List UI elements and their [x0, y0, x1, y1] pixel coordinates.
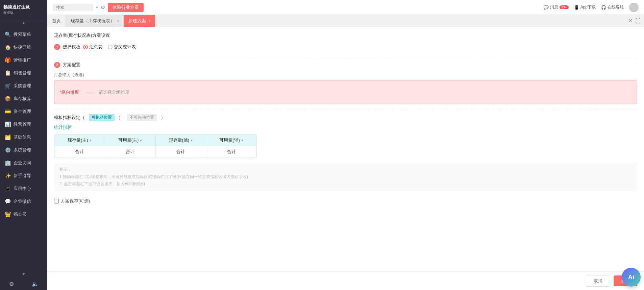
section-choose-template: 1 选择模板 汇总表 交叉统计表 — [54, 44, 637, 50]
ai-bubble[interactable]: Ai — [622, 268, 641, 287]
template-radio-group: 汇总表 交叉统计表 — [83, 44, 136, 50]
stats-col-cell: 合计 — [105, 146, 156, 158]
indicator-draggable-badge: 可拖动位置 — [89, 114, 115, 121]
sidebar-item-basic[interactable]: 🗂️基础信息 — [0, 131, 47, 144]
sidebar-item-operation[interactable]: 📊经营管理 — [0, 118, 47, 131]
sidebar-item-wechat[interactable]: 💬企业微信 — [0, 195, 47, 208]
summary-dimension-label: 汇总维度（必选） — [54, 72, 637, 78]
tab-home[interactable]: 首页 — [47, 15, 66, 27]
radio-cross[interactable]: 交叉统计表 — [108, 44, 136, 50]
save-label: 方案保存(可选) — [61, 198, 90, 204]
wechat-icon: 💬 — [5, 198, 11, 204]
chevron-down-icon[interactable]: ▾ — [96, 5, 98, 10]
online-service-button[interactable]: 🎧 在线客服 — [601, 4, 624, 10]
tips-box: 提示： 1.拖动标题栏可以调整布局，不可跨维度或指标区域拖动栏目字段(只能在同一… — [54, 163, 637, 191]
section-scheme-config: 2 方案配置 汇总维度（必选） *纵向维度 —— 请选择分组维度 模板指标设定（… — [54, 62, 637, 191]
sidebar-item-label-marketing: 营销推广 — [14, 57, 31, 63]
radio-cross-label: 交叉统计表 — [114, 44, 136, 50]
col-chevron-icon[interactable]: ▾ — [90, 138, 92, 143]
sidebar-item-quick-nav[interactable]: 🏠快捷导航 — [0, 41, 47, 54]
stats-col-header[interactable]: 现存量(辅)▾ — [156, 135, 206, 146]
search-input[interactable] — [53, 4, 93, 11]
tab-new-scheme[interactable]: 新建方案 × — [124, 15, 155, 27]
sidebar-item-label-operation: 经营管理 — [14, 121, 31, 127]
topbar-right: 💬 消息 99+ 📱 App下载 🎧 在线客服 — [544, 3, 639, 12]
indicator-setting-label: 模板指标设定（ — [54, 115, 85, 121]
sidebar-item-label-system: 系统管理 — [14, 147, 31, 153]
topbar-left: ▾ ⚙ 体验行业方案 — [53, 3, 540, 12]
sidebar-item-member[interactable]: 👑畅会员 — [0, 208, 47, 221]
tip1: 1.拖动标题栏可以调整布局，不可跨维度或指标区域拖动栏目字段(只能在同一维度或指… — [59, 173, 632, 181]
bottom-bar: 取消 查询 — [47, 271, 644, 290]
sidebar-item-search[interactable]: 🔍搜索菜单 — [0, 28, 47, 41]
trial-button[interactable]: 体验行业方案 — [108, 3, 144, 12]
sidebar-item-label-appcenter: 应用中心 — [14, 186, 31, 192]
sidebar-item-sales[interactable]: 📋销售管理 — [0, 67, 47, 79]
radio-summary[interactable]: 汇总表 — [83, 44, 102, 50]
app-download-button[interactable]: 📱 App下载 — [574, 4, 596, 10]
stats-col-label: 可用量(辅) — [219, 137, 240, 143]
close-window-icon[interactable]: ✕ — [628, 18, 633, 24]
member-icon: 👑 — [5, 211, 11, 217]
appcenter-icon: 📱 — [5, 186, 11, 192]
col-chevron-icon[interactable]: ▾ — [191, 138, 193, 143]
app-download-label: App下载 — [580, 4, 596, 10]
sidebar-item-inventory[interactable]: 📦库存核算 — [0, 92, 47, 105]
tab-inventory-close[interactable]: × — [117, 19, 119, 23]
sidebar-item-marketing[interactable]: 🎁营销推广 — [0, 54, 47, 67]
sound-icon[interactable]: 🔈 — [32, 281, 39, 287]
col-chevron-icon[interactable]: ▾ — [140, 138, 142, 143]
logo-sub: 标准版 — [3, 10, 44, 15]
stats-col-header[interactable]: 现存量(主)▾ — [54, 135, 105, 146]
section1-num: 1 — [54, 44, 60, 50]
indicator-close-paren: ） — [161, 115, 165, 121]
sidebar-scroll-up[interactable]: ▲ — [0, 19, 47, 27]
sidebar-item-purchase[interactable]: 🛒采购管理 — [0, 79, 47, 92]
sidebar-item-appcenter[interactable]: 📱应用中心 — [0, 182, 47, 195]
tab-new-scheme-close[interactable]: × — [148, 19, 150, 23]
save-checkbox[interactable] — [54, 199, 59, 203]
sidebar-item-label-finance: 资金管理 — [14, 108, 31, 115]
messages-button[interactable]: 💬 消息 99+ — [544, 4, 569, 10]
sidebar-item-label-search: 搜索菜单 — [14, 31, 31, 38]
topbar: ▾ ⚙ 体验行业方案 💬 消息 99+ 📱 App下载 🎧 在线客服 — [47, 0, 644, 15]
tab-inventory[interactable]: 现存量（库存状况表） × — [66, 15, 124, 27]
gear-icon[interactable]: ⚙ — [101, 4, 105, 10]
content-inner: 现存量(库存状况表)方案设置 1 选择模板 汇总表 — [47, 27, 644, 271]
tab-inventory-label: 现存量（库存状况表） — [71, 18, 115, 24]
headset-icon: 🎧 — [601, 5, 606, 10]
tabs-bar: 首页 现存量（库存状况表） × 新建方案 × ✕ ⛶ — [47, 15, 644, 27]
cancel-button[interactable]: 取消 — [586, 275, 610, 287]
sidebar-item-finance[interactable]: 💳资金管理 — [0, 105, 47, 118]
stats-col-header[interactable]: 可用量(辅)▾ — [206, 135, 256, 146]
indicator-not-draggable-badge: 不可拖动位置 — [127, 114, 157, 121]
stats-table-header: 现存量(主)▾可用量(主)▾现存量(辅)▾可用量(辅)▾ — [54, 135, 256, 146]
enterprise-icon: 🏢 — [5, 160, 11, 166]
fullscreen-icon[interactable]: ⛶ — [635, 18, 641, 24]
online-service-label: 在线客服 — [608, 4, 624, 10]
stats-col-cell: 合计 — [54, 146, 105, 158]
stats-col-label: 可用量(主) — [118, 137, 139, 143]
stats-col-label: 现存量(辅) — [169, 137, 190, 143]
sidebar-item-newguide[interactable]: ✨新手引导 — [0, 169, 47, 182]
settings-icon[interactable]: ⚙ — [9, 281, 14, 287]
sidebar-item-system[interactable]: ⚙️系统管理 — [0, 144, 47, 156]
sidebar-bottom: ⚙ 🔈 — [0, 278, 47, 290]
page-title: 现存量(库存状况表)方案设置 — [54, 32, 637, 39]
logo-title: 畅康通好生意 — [3, 4, 44, 10]
basic-icon: 🗂️ — [5, 134, 11, 140]
newguide-icon: ✨ — [5, 173, 11, 179]
inventory-icon: 📦 — [5, 96, 11, 102]
stats-col-cell: 合计 — [156, 146, 206, 158]
tip-title: 提示： — [59, 166, 632, 173]
stats-col-header[interactable]: 可用量(主)▾ — [105, 135, 156, 146]
col-chevron-icon[interactable]: ▾ — [241, 138, 243, 143]
dimension-placeholder: 请选择分组维度 — [99, 89, 129, 95]
sidebar-item-enterprise[interactable]: 🏢企业协同 — [0, 156, 47, 169]
avatar[interactable] — [629, 3, 639, 12]
sidebar-item-label-basic: 基础信息 — [14, 134, 31, 140]
sidebar-scroll-down[interactable]: ▼ — [0, 270, 47, 278]
tabs-actions: ✕ ⛶ — [628, 18, 644, 24]
dimension-box[interactable]: *纵向维度 —— 请选择分组维度 — [54, 80, 637, 104]
radio-summary-label: 汇总表 — [89, 44, 102, 50]
